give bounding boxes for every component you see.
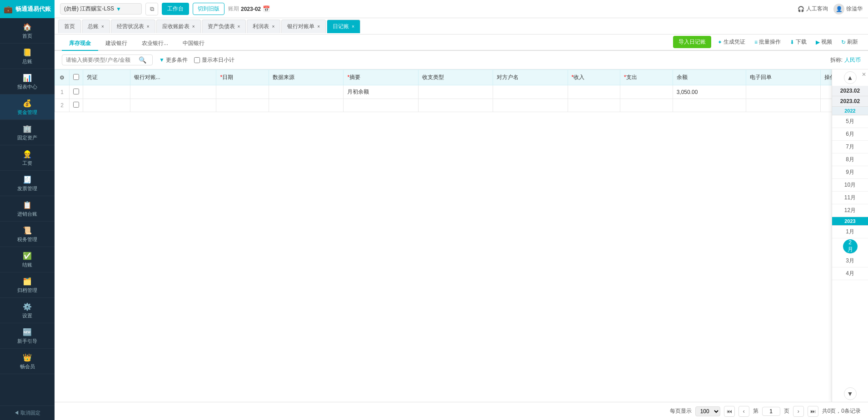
tab-journal[interactable]: 日记账 × — [327, 20, 360, 33]
col-balance: 余额 — [673, 70, 746, 85]
sub-tab-constr-bank[interactable]: 建设银行 — [98, 37, 135, 51]
month-item-3-2023[interactable]: 3月 — [832, 255, 868, 267]
month-item-8[interactable]: 8月 — [832, 153, 868, 166]
row-bank-match — [130, 99, 216, 112]
row-checkbox-cell[interactable] — [70, 99, 83, 112]
sidebar-item-member[interactable]: 👑 畅会员 — [0, 349, 55, 374]
month-item-11[interactable]: 11月 — [832, 192, 868, 204]
workbench-button[interactable]: 工作台 — [162, 3, 189, 15]
sidebar-footer[interactable]: ◀ 取消固定 — [0, 405, 55, 420]
sub-tab-cash[interactable]: 库存现金 — [62, 37, 98, 51]
refresh-label: 刷新 — [847, 38, 858, 46]
row-summary: 月初余额 — [344, 85, 418, 99]
header-left: (勿册) 江西赐宝-LSS ▼ ⧉ 工作台 切到旧版 账期 2023-02 📅 — [60, 3, 270, 15]
date-nav-up-button[interactable]: ▲ — [844, 71, 857, 84]
tab-business-close-icon[interactable]: × — [147, 24, 150, 29]
sidebar-item-saleled[interactable]: 📋 进销台账 — [0, 196, 55, 222]
sidebar-item-label: 进销台账 — [17, 211, 37, 217]
tab-business[interactable]: 经营状况表 × — [111, 20, 155, 33]
month-item-1-2023[interactable]: 1月 — [832, 226, 868, 238]
sidebar-item-archive[interactable]: 🗂️ 归档管理 — [0, 272, 55, 298]
tab-asset-liab[interactable]: 资产负债表 × — [202, 20, 246, 33]
video-button[interactable]: ▶ 视频 — [813, 37, 835, 47]
human-service[interactable]: 🎧 人工客询 — [798, 5, 828, 13]
sidebar-item-ledger[interactable]: 📒 总账 — [0, 44, 55, 69]
sidebar-item-settings[interactable]: ⚙️ 设置 — [0, 298, 55, 323]
last-page-button[interactable]: ⏭ — [808, 406, 818, 417]
month-item-2-2023[interactable]: 2月 — [843, 239, 858, 254]
page-size-select[interactable]: 100 50 200 — [695, 406, 720, 416]
report-icon: 📊 — [23, 74, 32, 82]
col-income: *收入 — [568, 70, 620, 85]
main-content: (勿册) 江西赐宝-LSS ▼ ⧉ 工作台 切到旧版 账期 2023-02 📅 — [55, 0, 868, 420]
tab-profit-close-icon[interactable]: × — [272, 24, 274, 29]
tab-receivable[interactable]: 应收账龄表 × — [156, 20, 201, 33]
tab-bar: 首页 总账 × 经营状况表 × 应收账龄表 × 资产负债表 × 利润表 × — [55, 18, 868, 35]
sidebar-item-settle[interactable]: ✅ 结账 — [0, 247, 55, 272]
sidebar-item-invoice[interactable]: 🧾 发票管理 — [0, 171, 55, 196]
row-checkbox[interactable] — [73, 102, 79, 108]
tab-home[interactable]: 首页 — [58, 20, 81, 33]
prev-page-button[interactable]: ‹ — [738, 406, 749, 417]
copy-button[interactable]: ⧉ — [145, 3, 158, 15]
month-item-7[interactable]: 7月 — [832, 141, 868, 153]
tab-profit[interactable]: 利润表 × — [247, 20, 280, 33]
tab-ledger[interactable]: 总账 × — [82, 20, 110, 33]
sidebar-item-guide[interactable]: 🆕 新手引导 — [0, 323, 55, 349]
tab-journal-close-icon[interactable]: × — [352, 24, 354, 29]
month-item-5[interactable]: 5月 — [832, 115, 868, 128]
sidebar-item-label: 税务管理 — [17, 236, 37, 243]
back-to-old-button[interactable]: 切到旧版 — [193, 3, 224, 15]
sub-tab-china-bank[interactable]: 中国银行 — [175, 37, 212, 51]
col-checkbox[interactable] — [70, 70, 83, 85]
page-number-input[interactable] — [762, 407, 780, 416]
row-checkbox[interactable] — [73, 89, 79, 94]
filter-button[interactable]: ▼ 更多条件 — [156, 55, 190, 65]
show-daily-checkbox-wrap[interactable]: 显示本日小计 — [194, 56, 234, 64]
filter-label: 更多条件 — [166, 56, 188, 64]
sidebar-item-wage[interactable]: 👷 工资 — [0, 145, 55, 171]
sidebar-item-home[interactable]: 🏠 首页 — [0, 18, 55, 44]
col-other-name: 对方户名 — [493, 70, 568, 85]
col-settings[interactable]: ⚙ — [55, 70, 70, 85]
show-daily-checkbox[interactable] — [194, 57, 200, 63]
sidebar-item-fund[interactable]: 💰 资金管理 — [0, 94, 55, 120]
gen-voucher-button[interactable]: ✦ 生成凭证 — [715, 37, 748, 47]
refresh-button[interactable]: ↻ 刷新 — [838, 37, 861, 47]
import-journal-button[interactable]: 导入日记账 — [673, 36, 711, 48]
row-other-name — [493, 85, 568, 99]
sidebar-item-report[interactable]: 📊 报表中心 — [0, 69, 55, 94]
sidebar-item-tax[interactable]: 📜 税务管理 — [0, 222, 55, 247]
gen-voucher-icon: ✦ — [718, 39, 722, 45]
sub-tab-agri-bank[interactable]: 农业银行... — [135, 37, 175, 51]
company-selector[interactable]: (勿册) 江西赐宝-LSS ▼ — [60, 3, 142, 15]
month-item-9[interactable]: 9月 — [832, 166, 868, 179]
sidebar-item-asset[interactable]: 🏢 固定资产 — [0, 120, 55, 145]
tab-ledger-close-icon[interactable]: × — [101, 24, 104, 29]
tab-bank-rec[interactable]: 银行对账单 × — [281, 20, 326, 33]
search-icon[interactable]: 🔍 — [139, 56, 146, 64]
calendar-icon[interactable]: 📅 — [263, 5, 270, 12]
table-wrap: ⚙ 凭证 银行对账... *日期 数据来源 *摘要 收支类型 对方户名 *收入 — [55, 69, 868, 402]
row-balance: 3,050.00 — [673, 85, 746, 99]
date-panel-close-icon[interactable]: ✕ — [862, 71, 866, 78]
month-item-6[interactable]: 6月 — [832, 128, 868, 141]
select-all-checkbox[interactable] — [73, 74, 79, 80]
sidebar-item-label: 畅会员 — [20, 363, 35, 370]
month-item-12[interactable]: 12月 — [832, 204, 868, 217]
month-item-4-2023[interactable]: 4月 — [832, 267, 868, 280]
row-source — [269, 85, 343, 99]
month-item-10[interactable]: 10月 — [832, 179, 868, 192]
copy-icon: ⧉ — [150, 5, 154, 13]
date-nav-down-button[interactable]: ▼ — [844, 387, 857, 400]
batch-op-button[interactable]: ≡ 批量操作 — [752, 37, 783, 47]
tab-bank-rec-close-icon[interactable]: × — [317, 24, 320, 29]
first-page-button[interactable]: ⏮ — [724, 406, 735, 417]
tab-asset-liab-close-icon[interactable]: × — [238, 24, 240, 29]
row-checkbox-cell[interactable] — [70, 85, 83, 99]
next-page-button[interactable]: › — [793, 406, 804, 417]
user-profile[interactable]: 👤 徐溢华 — [833, 4, 863, 15]
search-input[interactable] — [66, 57, 139, 63]
download-button[interactable]: ⬇ 下载 — [787, 37, 809, 47]
tab-receivable-close-icon[interactable]: × — [192, 24, 195, 29]
